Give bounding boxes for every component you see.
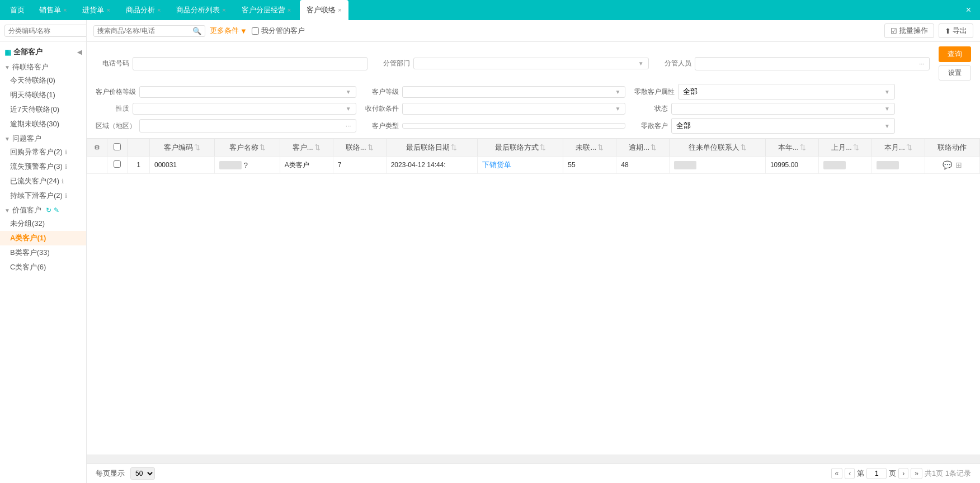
sidebar-search-area: 🔍	[0, 20, 86, 42]
customer-type-field[interactable]	[402, 123, 626, 129]
row-last-method: 下销货单	[478, 157, 563, 174]
region-label: 区域（地区）	[96, 121, 136, 131]
table-area: ⚙ 客户编码⇅ 客户名称⇅ 客户...⇅ 联络...⇅ 最后联络日期⇅ 最后联络…	[87, 139, 980, 454]
nav-home[interactable]: 首页	[4, 5, 30, 15]
col-lastmethod-header[interactable]: 最后联络方式⇅	[478, 139, 563, 157]
region-field[interactable]: ···	[139, 119, 356, 132]
filter-field-region: 区域（地区） ···	[96, 119, 356, 132]
col-lastmonth-header[interactable]: 上月...⇅	[819, 139, 872, 157]
query-button[interactable]: 查询	[939, 46, 971, 62]
sidebar-item-unclassified[interactable]: 未分组(32)	[0, 216, 86, 231]
page-size-select[interactable]: 50	[130, 467, 155, 480]
page-num-input[interactable]	[866, 468, 887, 479]
row-checkbox[interactable]	[114, 160, 121, 168]
last-page-btn[interactable]: »	[911, 468, 922, 479]
value-edit-btn[interactable]: ✎	[54, 206, 59, 214]
region-more-dots: ···	[346, 122, 351, 130]
col-thisyear-header[interactable]: 本年...⇅	[765, 139, 818, 157]
batch-op-button[interactable]: ☑ 批量操作	[884, 23, 934, 38]
sidebar-item-b-class[interactable]: B类客户(33)	[0, 245, 86, 260]
sidebar-item-c-class[interactable]: C类客户(6)	[0, 260, 86, 274]
phone-input[interactable]	[133, 57, 368, 70]
retail-attr-dropdown[interactable]: 全部 ▼	[678, 84, 895, 100]
my-customers-filter[interactable]: 我分管的客户	[252, 26, 305, 36]
problem-arrow: ▼	[4, 136, 10, 142]
last-method-link[interactable]: 下销货单	[482, 160, 511, 169]
col-settings-header[interactable]: ⚙	[87, 139, 107, 157]
col-prevunit-header[interactable]: 往来单位联系人⇅	[670, 139, 766, 157]
my-customers-checkbox[interactable]	[252, 27, 259, 35]
col-contact-header[interactable]: 联络...⇅	[333, 139, 386, 157]
value-refresh-btn[interactable]: ↻	[46, 206, 51, 214]
nav-tab-sales[interactable]: 销售单 ×	[32, 0, 73, 20]
filter-field-retail-attr: 零散客户属性 全部 ▼	[634, 84, 895, 100]
nav-tab-customer-contact[interactable]: 客户联络 ×	[300, 0, 348, 20]
col-code-header[interactable]: 客户编码⇅	[150, 139, 215, 157]
col-overdue-header[interactable]: 逾期...⇅	[616, 139, 670, 157]
pagination-bar: 每页显示 50 « ‹ 第 页 › » 共1页 1条记录	[87, 463, 980, 483]
row-code: 000031	[150, 157, 215, 174]
next-page-btn[interactable]: ›	[898, 468, 908, 479]
price-level-dropdown[interactable]: ▼	[139, 86, 356, 98]
first-page-btn[interactable]: «	[831, 468, 843, 479]
export-button[interactable]: ⬆ 导出	[939, 23, 973, 38]
nature-label: 性质	[96, 104, 129, 113]
col-nocontact-header[interactable]: 未联...⇅	[563, 139, 616, 157]
filter-more-conditions[interactable]: 更多条件 ▼	[210, 26, 247, 36]
col-check-header[interactable]	[107, 139, 128, 157]
action-chat-icon[interactable]: 💬	[943, 160, 952, 169]
retail-customer-dropdown[interactable]: 全部 ▼	[671, 118, 895, 134]
col-type-header[interactable]: 客户...⇅	[280, 139, 333, 157]
dept-dropdown[interactable]: ▼	[413, 58, 648, 69]
sidebar-item-today[interactable]: 今天待联络(0)	[0, 73, 86, 88]
sidebar-collapse-icon[interactable]: ◀	[77, 49, 82, 56]
payment-dropdown[interactable]: ▼	[402, 103, 626, 115]
sidebar-item-declining[interactable]: 持续下滑客户(2) ℹ	[0, 188, 86, 203]
nav-tab-analysis-list[interactable]: 商品分析列表 ×	[169, 0, 232, 20]
grid-icon: ▦	[4, 48, 11, 56]
value-arrow: ▼	[4, 207, 10, 214]
select-all-checkbox[interactable]	[114, 143, 121, 150]
close-purchase-tab[interactable]: ×	[106, 7, 110, 13]
sidebar-item-tomorrow[interactable]: 明天待联络(1)	[0, 88, 86, 102]
col-lastdate-header[interactable]: 最后联络日期⇅	[386, 139, 477, 157]
close-analysis-list-tab[interactable]: ×	[222, 7, 225, 13]
sidebar-search-input[interactable]	[4, 25, 87, 37]
nav-tab-analysis[interactable]: 商品分析 ×	[119, 0, 167, 20]
close-analysis-tab[interactable]: ×	[157, 7, 161, 13]
nav-tab-purchase[interactable]: 进货单 ×	[76, 0, 116, 20]
sidebar-item-overdue[interactable]: 逾期未联络(30)	[0, 117, 86, 131]
col-thismonth-header[interactable]: 本月...⇅	[872, 139, 925, 157]
sidebar-item-7days[interactable]: 近7天待联络(0)	[0, 102, 86, 117]
nature-dropdown[interactable]: ▼	[133, 103, 356, 115]
value-group-actions: ↻ ✎	[46, 206, 59, 214]
settings-button[interactable]: 设置	[939, 65, 971, 80]
filter-search-input[interactable]	[97, 27, 192, 35]
export-icon: ⬆	[945, 27, 951, 35]
sidebar-all-customers[interactable]: ▦ 全部客户 ◀	[0, 44, 86, 60]
prev-page-btn[interactable]: ‹	[845, 468, 855, 479]
horizontal-scrollbar[interactable]	[87, 454, 980, 463]
sidebar-item-a-class[interactable]: A类客户(1)	[0, 231, 86, 245]
filter-search-icon[interactable]: 🔍	[192, 27, 201, 35]
close-segment-tab[interactable]: ×	[288, 7, 291, 13]
col-lastdate-sort: ⇅	[451, 143, 457, 151]
close-sales-tab[interactable]: ×	[63, 7, 67, 13]
close-all-tabs[interactable]: ×	[962, 5, 976, 15]
row-check[interactable]	[107, 157, 128, 174]
close-contact-tab[interactable]: ×	[338, 7, 341, 13]
col-name-header[interactable]: 客户名称⇅	[215, 139, 280, 157]
customer-level-dropdown[interactable]: ▼	[402, 86, 626, 98]
filter-bar: 🔍 更多条件 ▼ 我分管的客户 ☑ 批量操作 ⬆ 导出	[87, 20, 980, 42]
status-dropdown[interactable]: ▼	[671, 103, 895, 115]
sidebar-item-lost[interactable]: 已流失客户(24) ℹ	[0, 174, 86, 188]
filter-search-wrap: 🔍	[93, 25, 205, 37]
filter-field-phone: 电话号码	[96, 57, 368, 70]
sidebar-item-churn-warning[interactable]: 流失预警客户(3) ℹ	[0, 159, 86, 174]
action-qr-icon[interactable]: ⊞	[955, 160, 962, 169]
filter-field-status: 状态 ▼	[634, 103, 895, 115]
person-field[interactable]: ···	[695, 57, 930, 70]
nav-tab-customer-segment[interactable]: 客户分层经营 ×	[235, 0, 298, 20]
filter-row-2: 客户价格等级 ▼ 客户等级 ▼ 零散客户属性 全部	[96, 84, 971, 100]
sidebar-item-repurchase-abnormal[interactable]: 回购异常客户(2) ℹ	[0, 145, 86, 159]
